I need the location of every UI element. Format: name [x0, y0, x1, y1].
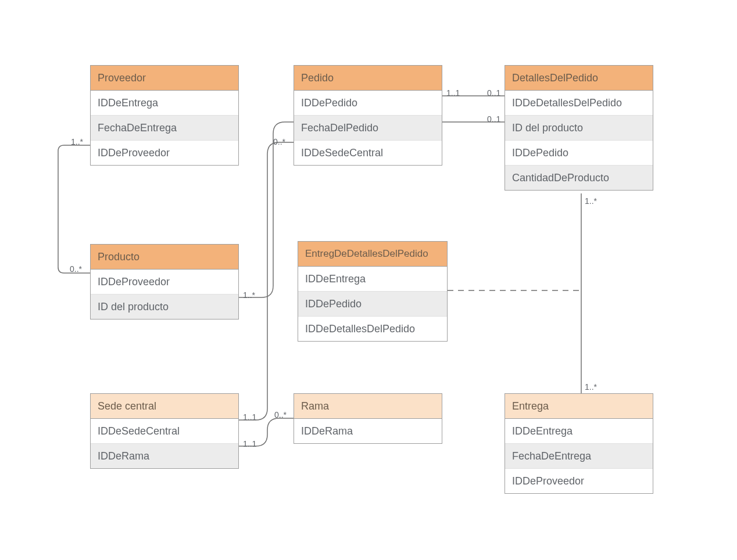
multiplicity-label: 1..* [71, 137, 83, 146]
entity-title: Producto [91, 245, 238, 270]
entity-attr: ID del producto [505, 116, 653, 141]
entity-attr: IDDeEntrega [91, 91, 238, 116]
multiplicity-label: 0..* [273, 137, 285, 146]
entity-attr: IDDePedido [505, 141, 653, 166]
entity-title: Rama [294, 394, 442, 419]
entity-attr: ID del producto [91, 295, 238, 319]
multiplicity-label: 1..1 [446, 88, 460, 98]
entity-attr: IDDeEntrega [298, 267, 447, 292]
entity-entreg-de-detalles-del-pedido: EntregDeDetallesDelPedido IDDeEntrega ID… [298, 241, 448, 342]
entity-sede-central: Sede central IDDeSedeCentral IDDeRama [90, 393, 239, 469]
entity-attr: FechaDeEntrega [505, 444, 653, 469]
entity-attr: FechaDelPedido [294, 116, 442, 141]
entity-attr: IDDeEntrega [505, 419, 653, 444]
edge-proveedor-producto [58, 145, 90, 273]
edge-sede-pedido [239, 142, 294, 420]
entity-entrega: Entrega IDDeEntrega FechaDeEntrega IDDeP… [505, 393, 653, 494]
er-diagram-canvas: Proveedor IDDeEntrega FechaDeEntrega IDD… [0, 0, 737, 560]
entity-attr: IDDeProveedor [91, 141, 238, 165]
entity-attr: FechaDeEntrega [91, 116, 238, 141]
entity-attr: IDDePedido [298, 292, 447, 317]
entity-title: Entrega [505, 394, 653, 419]
entity-attr: IDDeSedeCentral [91, 419, 238, 444]
multiplicity-label: 1..1 [243, 412, 256, 422]
entity-attr: IDDeDetallesDelPedido [298, 317, 447, 341]
entity-attr: IDDeProveedor [505, 469, 653, 493]
entity-attr: IDDeRama [294, 419, 442, 443]
entity-attr: IDDeDetallesDelPedido [505, 91, 653, 116]
multiplicity-label: 0..* [274, 410, 287, 419]
multiplicity-label: 0..1 [487, 88, 500, 98]
entity-title: EntregDeDetallesDelPedido [298, 242, 447, 267]
entity-detalles-del-pedido: DetallesDelPedido IDDeDetallesDelPedido … [505, 65, 653, 191]
entity-attr: IDDePedido [294, 91, 442, 116]
entity-producto: Producto IDDeProveedor ID del producto [90, 244, 239, 320]
multiplicity-label: 1..* [585, 382, 597, 392]
entity-attr: IDDeSedeCentral [294, 141, 442, 165]
entity-title: Pedido [294, 66, 442, 91]
multiplicity-label: 1..* [243, 290, 255, 300]
entity-proveedor: Proveedor IDDeEntrega FechaDeEntrega IDD… [90, 65, 239, 166]
multiplicity-label: 0..* [70, 264, 82, 274]
multiplicity-label: 1..* [585, 196, 597, 206]
entity-title: Proveedor [91, 66, 238, 91]
entity-title: DetallesDelPedido [505, 66, 653, 91]
entity-attr: IDDeRama [91, 444, 238, 468]
multiplicity-label: 0..1 [487, 114, 500, 124]
entity-title: Sede central [91, 394, 238, 419]
entity-pedido: Pedido IDDePedido FechaDelPedido IDDeSed… [294, 65, 442, 166]
entity-attr: IDDeProveedor [91, 270, 238, 295]
entity-rama: Rama IDDeRama [294, 393, 442, 444]
multiplicity-label: 1..1 [243, 439, 256, 448]
entity-attr: CantidadDeProducto [505, 166, 653, 190]
